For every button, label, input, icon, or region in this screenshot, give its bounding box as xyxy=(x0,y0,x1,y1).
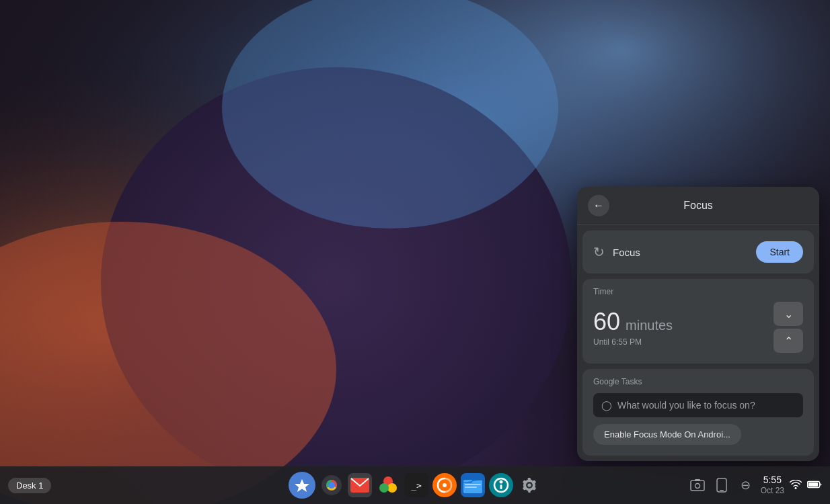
focus-panel: ← Focus ↻ Focus Start Timer 60 minutes U… xyxy=(577,187,819,461)
timer-number: 60 xyxy=(593,308,620,336)
svg-point-11 xyxy=(328,482,335,489)
svg-point-31 xyxy=(795,487,797,489)
time-display: 5:55 xyxy=(763,474,782,486)
svg-rect-20 xyxy=(465,487,477,488)
svg-point-22 xyxy=(500,480,503,484)
wifi-icon[interactable] xyxy=(790,480,802,491)
back-button[interactable]: ← xyxy=(588,195,609,216)
phone-icon[interactable] xyxy=(712,476,731,495)
desk-label[interactable]: Desk 1 xyxy=(8,478,51,493)
focus-row-label: Focus xyxy=(613,247,756,258)
focus-mode-button[interactable]: Enable Focus Mode On Androi... xyxy=(593,424,741,445)
photos-app-icon[interactable] xyxy=(376,473,400,497)
tasks-section: Google Tasks ◯ What would you like to fo… xyxy=(582,369,814,456)
svg-rect-23 xyxy=(500,485,502,489)
panel-title: Focus xyxy=(609,200,787,212)
panel-header: ← Focus xyxy=(577,187,819,225)
taskbar-right: ⊖ 5:55 Oct 23 xyxy=(688,474,822,497)
svg-rect-27 xyxy=(695,479,700,481)
time-date-display[interactable]: 5:55 Oct 23 xyxy=(761,474,784,497)
svg-point-25 xyxy=(528,484,531,487)
tasks-input-area[interactable]: ◯ What would you like to focus on? xyxy=(593,393,803,417)
tasks-input-placeholder: What would you like to focus on? xyxy=(617,400,755,411)
tasks-label: Google Tasks xyxy=(593,377,803,386)
focus-row: ↻ Focus Start xyxy=(582,230,814,274)
start-button[interactable]: Start xyxy=(756,241,803,263)
svg-marker-8 xyxy=(295,479,309,492)
date-display: Oct 23 xyxy=(761,486,784,497)
timer-section: Timer 60 minutes Until 6:55 PM ⌄ ⌃ xyxy=(582,279,814,364)
timer-value: 60 minutes Until 6:55 PM xyxy=(593,308,774,347)
timer-display: 60 minutes xyxy=(593,308,774,336)
settings-app-icon[interactable] xyxy=(517,473,541,497)
svg-rect-19 xyxy=(465,484,481,485)
timer-label: Timer xyxy=(593,287,803,296)
focus-row-icon: ↻ xyxy=(593,244,605,260)
svg-point-28 xyxy=(695,484,700,489)
terminal-app-icon[interactable]: _> xyxy=(404,473,428,497)
timer-until: Until 6:55 PM xyxy=(593,337,774,347)
timer-controls: ⌄ ⌃ xyxy=(774,302,803,353)
svg-point-16 xyxy=(379,483,389,493)
svg-point-15 xyxy=(387,483,397,493)
timer-unit: minutes xyxy=(626,318,673,333)
svg-rect-33 xyxy=(808,482,818,487)
taskbar-center: _> xyxy=(289,472,541,499)
svg-rect-26 xyxy=(691,480,704,491)
svg-rect-30 xyxy=(720,490,724,491)
screenshot-icon[interactable] xyxy=(688,476,707,495)
taskbar: Desk 1 xyxy=(0,466,830,504)
tasks-input-icon: ◯ xyxy=(601,400,612,411)
do-not-disturb-icon[interactable]: ⊖ xyxy=(737,476,755,495)
chrome-app-icon[interactable] xyxy=(319,473,344,497)
unknown-app-2-icon[interactable] xyxy=(489,473,513,497)
timer-decrease-button[interactable]: ⌄ xyxy=(774,302,803,326)
timer-row: 60 minutes Until 6:55 PM ⌄ ⌃ xyxy=(593,302,803,353)
files-app-icon[interactable] xyxy=(461,473,485,497)
timer-increase-button[interactable]: ⌃ xyxy=(774,329,803,353)
battery-icon[interactable] xyxy=(807,479,822,491)
launcher-icon[interactable] xyxy=(289,472,315,499)
gmail-app-icon[interactable] xyxy=(348,473,372,497)
unknown-app-1-icon[interactable] xyxy=(432,473,457,497)
svg-point-17 xyxy=(443,483,447,487)
